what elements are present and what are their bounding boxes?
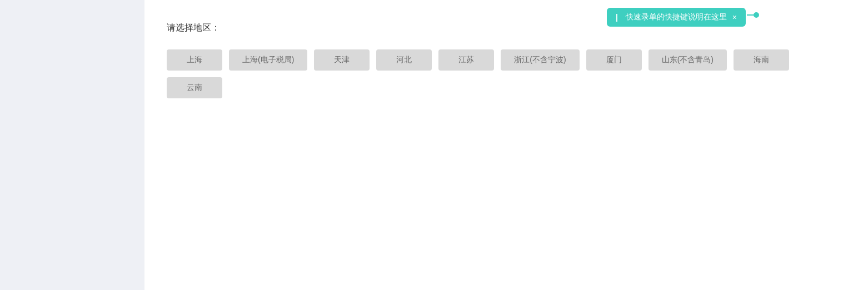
region-button-hainan[interactable]: 海南 xyxy=(734,49,789,71)
region-button-jiangsu[interactable]: 江苏 xyxy=(438,49,494,71)
tooltip-close-button[interactable]: × xyxy=(732,13,737,21)
region-button-hebei[interactable]: 河北 xyxy=(376,49,432,71)
tooltip-dot xyxy=(754,12,759,18)
region-buttons: 上海上海(电子税局)天津河北江苏浙江(不含宁波)厦门山东(不含青岛)海南云南 xyxy=(167,49,846,98)
region-button-shandong[interactable]: 山东(不含青岛) xyxy=(648,49,727,71)
region-button-shanghai[interactable]: 上海 xyxy=(167,49,222,71)
region-button-tianjin[interactable]: 天津 xyxy=(314,49,370,71)
tooltip-text: 快速录单的快捷键说明在这里 xyxy=(626,12,727,22)
region-button-shanghai-etax[interactable]: 上海(电子税局) xyxy=(229,49,307,71)
region-button-zhejiang[interactable]: 浙江(不含宁波) xyxy=(501,49,579,71)
region-button-yunnan[interactable]: 云南 xyxy=(167,77,222,98)
main-content: 请选择地区： 上海上海(电子税局)天津河北江苏浙江(不含宁波)厦门山东(不含青岛… xyxy=(144,0,868,290)
sidebar xyxy=(0,0,144,290)
region-button-xiamen[interactable]: 厦门 xyxy=(586,49,642,71)
tooltip-banner: 快速录单的快捷键说明在这里 × xyxy=(607,8,746,27)
